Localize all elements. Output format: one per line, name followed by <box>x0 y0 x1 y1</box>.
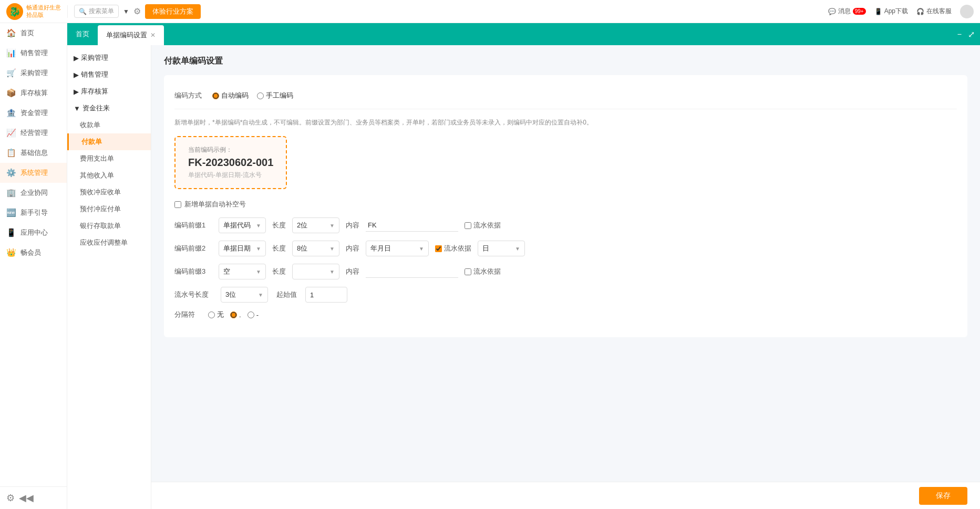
collapse-icon[interactable]: ◀◀ <box>19 492 34 504</box>
chevron-right-icon: ▶ <box>74 54 79 62</box>
ss-item-expense[interactable]: 费用支出单 <box>67 150 151 167</box>
page-title: 付款单编码设置 <box>164 56 967 67</box>
prefix2-row: 编码前缀2 单据日期 ▼ 长度 8位 ▼ 内容 <box>174 241 957 256</box>
serial2-checkbox[interactable] <box>435 245 442 252</box>
topbar-dropdown[interactable]: ▼ <box>123 8 129 15</box>
serial2-unit-select[interactable]: 日 ▼ <box>478 241 525 256</box>
headset-icon: 🎧 <box>916 8 924 15</box>
start-value-input[interactable] <box>305 287 347 303</box>
ss-item-prepaid-offset[interactable]: 预收冲应收单 <box>67 184 151 201</box>
preview-label: 当前编码示例： <box>188 146 273 154</box>
length2-select[interactable]: 8位 ▼ <box>292 241 339 256</box>
sidebar-item-system[interactable]: ⚙️ 系统管理 <box>0 163 67 183</box>
serial2-checkbox-group: 流水依据 <box>435 244 471 253</box>
sidebar-item-basic[interactable]: 📋 基础信息 <box>0 143 67 163</box>
ss-group-sales-header[interactable]: ▶ 销售管理 <box>67 66 151 83</box>
prefix3-label: 编码前缀3 <box>174 267 212 276</box>
sep-dash-option[interactable]: - <box>247 311 259 319</box>
sidebar-item-enterprise[interactable]: 🏢 企业协同 <box>0 183 67 203</box>
avatar[interactable] <box>960 5 974 18</box>
operation-icon: 📈 <box>6 128 16 138</box>
serial1-checkbox-group: 流水依据 <box>465 221 501 230</box>
serial3-checkbox-group: 流水依据 <box>465 267 501 276</box>
sep-dash-radio[interactable] <box>247 311 254 318</box>
settings-bottom-icon[interactable]: ⚙ <box>6 492 15 504</box>
content2-select[interactable]: 年月日 ▼ <box>366 241 429 256</box>
tab-minimize-icon[interactable]: － <box>955 29 964 40</box>
serial3-label: 流水依据 <box>473 267 501 276</box>
sep-dot-radio[interactable] <box>230 311 237 318</box>
enterprise-icon: 🏢 <box>6 188 16 198</box>
prefix1-select[interactable]: 单据代码 ▼ <box>219 217 266 233</box>
main-layout: 🏠 首页 📊 销售管理 🛒 采购管理 📦 库存核算 🏦 资金管理 📈 经营管理 … <box>0 23 980 509</box>
sidebar-item-guide[interactable]: 🆕 新手引导 <box>0 203 67 223</box>
save-button[interactable]: 保存 <box>919 487 967 505</box>
serial1-label: 流水依据 <box>473 221 501 230</box>
serial-length-select[interactable]: 3位 ▼ <box>221 287 268 303</box>
tab-home[interactable]: 首页 <box>67 23 98 45</box>
home-icon: 🏠 <box>6 28 16 38</box>
ss-item-advance-offset[interactable]: 预付冲应付单 <box>67 201 151 217</box>
purchase-icon: 🛒 <box>6 68 16 78</box>
serial2-unit-chevron: ▼ <box>515 246 520 252</box>
message-button[interactable]: 💬 消息 99+ <box>828 7 866 16</box>
sep-dot-option[interactable]: . <box>230 311 241 319</box>
auto-fill-label: 新增单据自动补空号 <box>184 200 246 209</box>
auto-code-option[interactable]: 自动编码 <box>212 91 249 100</box>
left-sidebar: 🏠 首页 📊 销售管理 🛒 采购管理 📦 库存核算 🏦 资金管理 📈 经营管理 … <box>0 23 67 509</box>
auto-code-radio[interactable] <box>212 92 219 99</box>
tab-bar-actions: － ⤢ <box>950 23 980 45</box>
prefix1-chevron: ▼ <box>256 223 261 228</box>
search-box[interactable]: 🔍 搜索菜单 <box>74 5 119 18</box>
topbar: 🐉 畅通道好生意 拾品版 🔍 搜索菜单 ▼ ⚙ 体验行业方案 💬 消息 99+ … <box>0 0 980 23</box>
ss-item-adjustment[interactable]: 应收应付调整单 <box>67 234 151 251</box>
auto-fill-checkbox[interactable] <box>174 201 181 208</box>
ss-group-finance-header[interactable]: ▼ 资金往来 <box>67 100 151 117</box>
sidebar-item-inventory[interactable]: 📦 库存核算 <box>0 83 67 103</box>
chevron-right-icon2: ▶ <box>74 71 79 79</box>
sidebar-item-operation[interactable]: 📈 经营管理 <box>0 123 67 143</box>
prefix2-select[interactable]: 单据日期 ▼ <box>219 241 266 256</box>
ss-group-inventory-header[interactable]: ▶ 库存核算 <box>67 83 151 100</box>
manual-code-option[interactable]: 手工编码 <box>257 91 293 100</box>
tab-close-icon[interactable]: ✕ <box>150 32 156 39</box>
content2-chevron: ▼ <box>419 246 424 252</box>
online-service-button[interactable]: 🎧 在线客服 <box>916 7 952 16</box>
length1-select[interactable]: 2位 ▼ <box>292 217 339 233</box>
ss-item-bank[interactable]: 银行存取款单 <box>67 217 151 234</box>
sidebar-item-finance[interactable]: 🏦 资金管理 <box>0 103 67 123</box>
serial3-checkbox[interactable] <box>465 268 471 275</box>
prefix3-select[interactable]: 空 ▼ <box>219 264 266 279</box>
auto-fill-row: 新增单据自动补空号 <box>174 200 957 209</box>
sidebar-item-apps[interactable]: 📱 应用中心 <box>0 223 67 243</box>
sidebar-item-home[interactable]: 🏠 首页 <box>0 23 67 43</box>
serial1-checkbox[interactable] <box>465 222 471 229</box>
sep-none-option[interactable]: 无 <box>208 310 224 319</box>
content1-label: 内容 <box>346 221 359 230</box>
app-download-button[interactable]: 📱 App下载 <box>874 7 908 16</box>
ss-group-purchase-header[interactable]: ▶ 采购管理 <box>67 49 151 66</box>
ss-item-receipt[interactable]: 收款单 <box>67 117 151 133</box>
content3-label: 内容 <box>346 267 359 276</box>
manual-code-radio[interactable] <box>257 92 264 99</box>
ss-item-other-income[interactable]: 其他收入单 <box>67 167 151 184</box>
content1-input[interactable] <box>366 219 458 232</box>
tab-coding[interactable]: 单据编码设置 ✕ <box>98 25 164 45</box>
info-text: 新增单据时，*单据编码*自动生成，不可编辑。前缀设置为部门、业务员等档案类，开单… <box>174 118 957 128</box>
prefix3-chevron: ▼ <box>256 269 261 275</box>
content3-input[interactable] <box>366 265 458 278</box>
chevron-down-icon: ▼ <box>74 105 80 112</box>
sidebar-item-member[interactable]: 👑 畅会员 <box>0 243 67 263</box>
topbar-divider <box>67 5 68 18</box>
sidebar-item-purchase[interactable]: 🛒 采购管理 <box>0 63 67 83</box>
coding-method-radio-group: 自动编码 手工编码 <box>212 91 293 100</box>
cta-button[interactable]: 体验行业方案 <box>145 4 201 19</box>
gear-icon[interactable]: ⚙ <box>133 6 141 16</box>
length3-select[interactable]: ▼ <box>292 264 339 279</box>
ss-group-sales: ▶ 销售管理 <box>67 66 151 83</box>
length3-chevron: ▼ <box>329 269 335 275</box>
tab-expand-icon[interactable]: ⤢ <box>968 29 975 39</box>
sep-none-radio[interactable] <box>208 311 215 318</box>
sidebar-item-sales[interactable]: 📊 销售管理 <box>0 43 67 63</box>
ss-item-payment[interactable]: 付款单 <box>67 133 151 150</box>
